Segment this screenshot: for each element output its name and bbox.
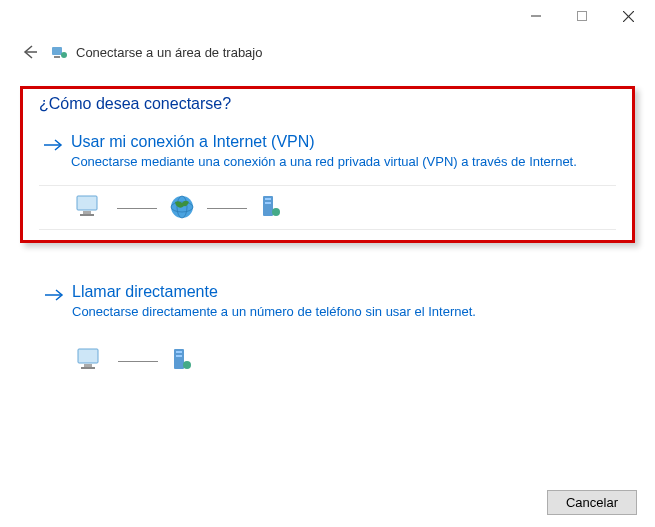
dial-option-title: Llamar directamente	[72, 283, 615, 301]
connection-line	[207, 208, 247, 209]
close-button[interactable]	[605, 1, 651, 31]
connection-line	[118, 361, 158, 362]
dial-option[interactable]: Llamar directamente Conectarse directame…	[40, 279, 615, 325]
maximize-button[interactable]	[559, 1, 605, 31]
vpn-illustration	[39, 185, 616, 230]
svg-rect-25	[176, 355, 182, 357]
vpn-option[interactable]: Usar mi conexión a Internet (VPN) Conect…	[39, 129, 616, 175]
dial-option-desc: Conectarse directamente a un número de t…	[72, 303, 615, 321]
computer-icon	[75, 194, 105, 223]
connection-line	[117, 208, 157, 209]
footer: Cancelar	[547, 490, 637, 515]
page-title: Conectarse a un área de trabajo	[76, 45, 262, 60]
svg-rect-1	[578, 12, 587, 21]
svg-rect-22	[81, 367, 95, 369]
svg-rect-20	[78, 349, 98, 363]
computer-icon	[76, 347, 106, 376]
cancel-button[interactable]: Cancelar	[547, 490, 637, 515]
server-icon	[170, 347, 194, 376]
svg-rect-24	[176, 351, 182, 353]
svg-rect-9	[77, 196, 97, 210]
svg-rect-17	[265, 202, 271, 204]
svg-rect-10	[83, 211, 91, 214]
vpn-option-highlighted: ¿Cómo desea conectarse? Usar mi conexión…	[20, 86, 635, 243]
svg-rect-21	[84, 364, 92, 367]
header: Conectarse a un área de trabajo	[0, 32, 655, 72]
arrow-right-icon	[43, 137, 63, 156]
vpn-option-desc: Conectarse mediante una conexión a una r…	[71, 153, 616, 171]
svg-point-7	[61, 52, 67, 58]
svg-rect-6	[54, 56, 60, 58]
minimize-button[interactable]	[513, 1, 559, 31]
svg-rect-5	[52, 47, 62, 55]
back-button[interactable]	[20, 43, 38, 61]
vpn-option-title: Usar mi conexión a Internet (VPN)	[71, 133, 616, 151]
dial-illustration	[40, 339, 615, 382]
titlebar	[0, 0, 655, 32]
globe-icon	[169, 194, 195, 223]
svg-rect-16	[265, 198, 271, 200]
connection-question: ¿Cómo desea conectarse?	[39, 95, 616, 113]
svg-point-18	[272, 208, 280, 216]
arrow-right-icon	[44, 287, 64, 306]
svg-rect-11	[80, 214, 94, 216]
workplace-icon	[50, 43, 68, 61]
page-title-wrapper: Conectarse a un área de trabajo	[50, 43, 262, 61]
server-icon	[259, 194, 283, 223]
svg-point-26	[183, 361, 191, 369]
